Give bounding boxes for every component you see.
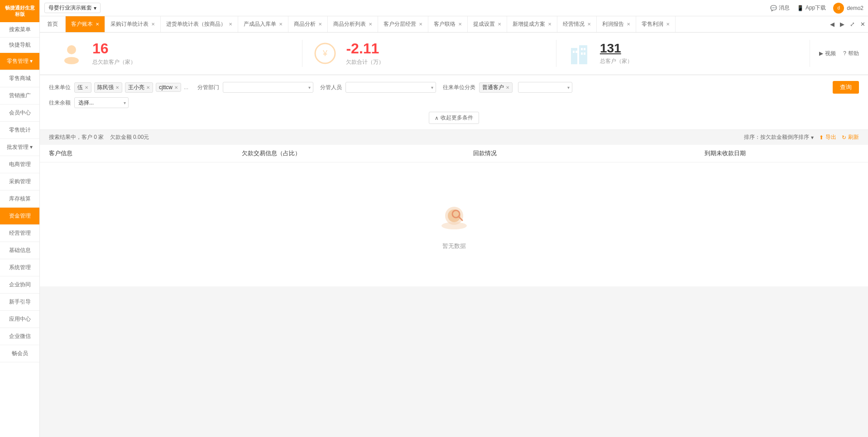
nav-arrow-right[interactable]: ▶ — [837, 16, 847, 33]
sidebar-item-finance[interactable]: 资金管理 — [0, 208, 39, 225]
tab-product-analysis-list[interactable]: 商品分析列表 ✕ — [328, 16, 378, 33]
messages-button[interactable]: 💬 消息 — [770, 4, 790, 12]
tab-customer-layering[interactable]: 客户分层经营 ✕ — [378, 16, 428, 33]
stat-total-customers: 131 总客户（家） — [556, 40, 810, 67]
dept-select[interactable] — [223, 82, 313, 93]
unit-tag-chen-close[interactable]: ✕ — [115, 85, 119, 90]
sort-label: 排序：按欠款金额倒序排序 — [744, 133, 809, 141]
sidebar-item-newbie[interactable]: 新手引导 — [0, 294, 39, 311]
tab-finished-product-inbound[interactable]: 产成品入库单 ✕ — [238, 16, 288, 33]
sidebar-item-system[interactable]: 系统管理 — [0, 259, 39, 276]
balance-select[interactable]: 选择... — [74, 97, 129, 108]
close-icon[interactable]: ✕ — [458, 22, 462, 27]
sidebar-item-retail-mall[interactable]: 零售商城 — [0, 70, 39, 87]
app-download-button[interactable]: 📱 App下载 — [797, 4, 826, 12]
logo-text: 畅捷通好生意 标版 — [3, 5, 37, 18]
unit-tag-wang: 王小亮 ✕ — [125, 82, 153, 93]
video-help-button[interactable]: ▶ 视频 — [819, 50, 836, 57]
sidebar-logo[interactable]: 畅捷通好生意 标版 — [0, 0, 39, 22]
account-selector[interactable]: 母婴行业演示账套 ▾ — [44, 3, 101, 13]
results-bar-right: 排序：按欠款金额倒序排序 ▾ ⬆ 导出 ↻ 刷新 — [744, 133, 859, 141]
close-icon[interactable]: ✕ — [627, 22, 630, 27]
sidebar-item-app-center[interactable]: 应用中心 — [0, 311, 39, 328]
close-icon[interactable]: ✕ — [419, 22, 422, 27]
sidebar-item-quicknav[interactable]: 快捷导航 — [0, 38, 39, 53]
close-icon[interactable]: ✕ — [229, 22, 232, 27]
sidebar: 畅捷通好生意 标版 搜索菜单 快捷导航 零售管理 ▾ 零售商城 营销推广 会员中… — [0, 0, 40, 437]
unit-tag-cj-close[interactable]: ✕ — [174, 85, 178, 90]
sidebar-item-inventory[interactable]: 库存核算 — [0, 190, 39, 208]
sidebar-item-chang-member[interactable]: 畅会员 — [0, 345, 39, 362]
unit-tag-wang-close[interactable]: ✕ — [146, 85, 150, 90]
sidebar-item-wechat[interactable]: 企业微信 — [0, 328, 39, 345]
refresh-button[interactable]: ↻ 刷新 — [842, 133, 859, 141]
nav-expand-icon[interactable]: ⤢ — [847, 16, 858, 33]
sidebar-item-wholesale[interactable]: 批发管理 ▾ — [0, 139, 39, 156]
play-icon: ▶ — [819, 50, 823, 57]
category-select[interactable] — [518, 82, 572, 93]
person-select-wrap — [345, 82, 436, 93]
unit-filter-label: 往来单位 — [49, 84, 71, 91]
help-button[interactable]: ? 帮助 — [843, 50, 859, 57]
more-tags-button[interactable]: ... — [184, 84, 188, 90]
tab-profit-report[interactable]: 利润报告 ✕ — [597, 16, 636, 33]
unit-tag-wu-close[interactable]: ✕ — [85, 85, 88, 90]
stat-debt-numbers: -2.11 欠款合计（万） — [346, 41, 384, 66]
tab-new-commission-plan[interactable]: 新增提成方案 ✕ — [507, 16, 557, 33]
sidebar-item-retail[interactable]: 零售管理 ▾ — [0, 53, 39, 70]
close-icon[interactable]: ✕ — [498, 22, 501, 27]
search-result-text: 搜索结果中，客户 0 家 欠款金额 0.00元 — [49, 133, 149, 141]
user-profile[interactable]: d demo2 — [833, 3, 863, 14]
sidebar-item-operations[interactable]: 经营管理 — [0, 225, 39, 242]
category-tag-normal-close[interactable]: ✕ — [506, 85, 509, 90]
sidebar-item-marketing[interactable]: 营销推广 — [0, 87, 39, 104]
question-icon: ? — [843, 50, 846, 57]
tab-home[interactable]: 首页 — [40, 16, 66, 33]
sort-select[interactable]: 排序：按欠款金额倒序排序 ▾ — [744, 133, 814, 141]
tab-customer-contact[interactable]: 客户联络 ✕ — [428, 16, 468, 33]
sidebar-item-enterprise-collab[interactable]: 企业协同 — [0, 276, 39, 294]
close-icon[interactable]: ✕ — [151, 22, 155, 27]
th-repay: 回款情况 — [473, 149, 705, 157]
sidebar-item-search[interactable]: 搜索菜单 — [0, 22, 39, 38]
tab-commission-settings[interactable]: 提成设置 ✕ — [468, 16, 507, 33]
filter-row-1: 往来单位 伍 ✕ 陈民强 ✕ 王小亮 ✕ cjttcw — [49, 81, 859, 94]
close-icon[interactable]: ✕ — [548, 22, 551, 27]
th-date: 到期未收款日期 — [705, 149, 859, 157]
close-icon[interactable]: ✕ — [318, 22, 322, 27]
tab-customer-ledger[interactable]: 客户账本 ✕ — [66, 16, 105, 33]
building-icon — [566, 40, 593, 67]
tab-purchase-stats-by-product[interactable]: 进货单统计表（按商品） ✕ — [161, 16, 238, 33]
nav-close-icon[interactable]: ✕ — [858, 16, 868, 33]
export-button[interactable]: ⬆ 导出 — [819, 133, 836, 141]
tab-product-analysis[interactable]: 商品分析 ✕ — [288, 16, 328, 33]
collapse-button[interactable]: ∧ 收起更多条件 — [429, 112, 479, 124]
nav-arrows: ◀ ▶ ⤢ ✕ — [827, 16, 868, 33]
filter-row-2: 往来余额 选择... — [49, 97, 859, 108]
stat-customers-label: 总欠款客户（家） — [92, 58, 136, 66]
sidebar-item-retail-stats[interactable]: 零售统计 — [0, 122, 39, 139]
nav-arrow-left[interactable]: ◀ — [827, 16, 837, 33]
message-icon: 💬 — [770, 5, 777, 11]
th-customer: 客户信息 — [49, 149, 242, 157]
close-icon[interactable]: ✕ — [369, 22, 372, 27]
tab-retail-profit[interactable]: 零售利润 ✕ — [636, 16, 676, 33]
close-icon[interactable]: ✕ — [96, 22, 99, 27]
sidebar-item-ecommerce[interactable]: 电商管理 — [0, 156, 39, 173]
sidebar-item-basics[interactable]: 基础信息 — [0, 242, 39, 259]
person-select[interactable] — [345, 82, 436, 93]
sidebar-item-purchase[interactable]: 采购管理 — [0, 173, 39, 190]
sidebar-item-member[interactable]: 会员中心 — [0, 104, 39, 122]
close-icon[interactable]: ✕ — [666, 22, 670, 27]
nav-tabs: 首页 客户账本 ✕ 采购订单统计表 ✕ 进货单统计表（按商品） ✕ 产成品入库单… — [40, 16, 868, 33]
results-bar: 搜索结果中，客户 0 家 欠款金额 0.00元 排序：按欠款金额倒序排序 ▾ ⬆… — [40, 130, 868, 145]
close-icon[interactable]: ✕ — [587, 22, 591, 27]
svg-rect-11 — [584, 52, 585, 55]
tab-purchase-order-stats[interactable]: 采购订单统计表 ✕ — [105, 16, 161, 33]
close-icon[interactable]: ✕ — [279, 22, 283, 27]
balance-filter-label: 往来余额 — [49, 99, 71, 107]
table-wrap: 客户信息 欠款交易信息（占比） 回款情况 到期未收款日期 暂无数据 — [40, 145, 868, 286]
query-button[interactable]: 查询 — [833, 81, 859, 94]
unit-tag-wu: 伍 ✕ — [74, 82, 91, 93]
tab-business-status[interactable]: 经营情况 ✕ — [557, 16, 597, 33]
